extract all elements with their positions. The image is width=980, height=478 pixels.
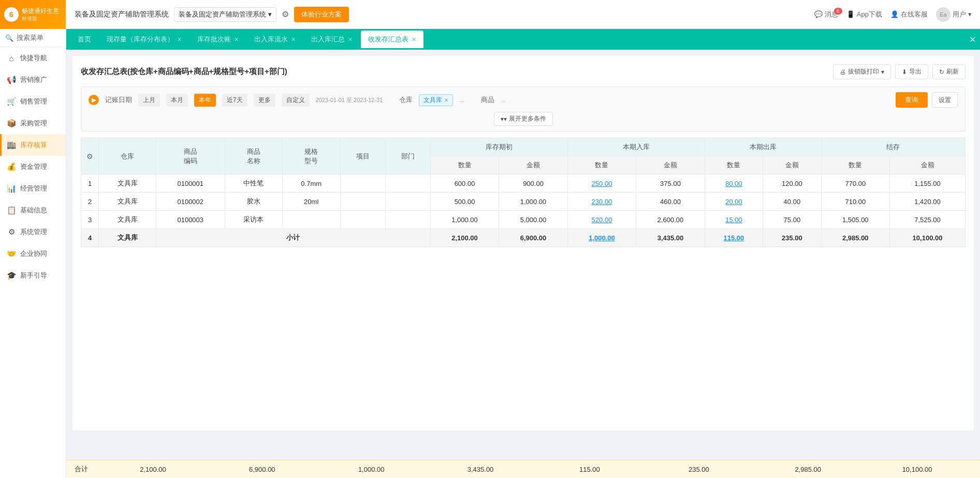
row-in-qty-link[interactable]: 520.00	[567, 211, 636, 229]
row-project	[340, 193, 385, 211]
tab-close-icon[interactable]: ✕	[348, 36, 353, 43]
message-button[interactable]: 💬 消息 6	[814, 10, 838, 19]
date-filter-label: 记账日期	[105, 95, 132, 105]
app-download-label: App下载	[857, 10, 882, 19]
experience-button[interactable]: 体验行业方案	[294, 7, 349, 22]
row-in-qty-link[interactable]: 250.00	[567, 175, 636, 193]
row-code: 0100001	[156, 175, 225, 193]
sidebar-item-purchase[interactable]: 📦 采购管理	[0, 112, 66, 134]
row-out-qty-link[interactable]: 80.00	[705, 175, 763, 193]
system-selector[interactable]: 装备及固定资产辅助管理系统 ▾	[174, 7, 276, 22]
sidebar-item-basic[interactable]: 📋 基础信息	[0, 199, 66, 221]
home-icon: ⌂	[7, 54, 16, 63]
column-settings-icon[interactable]: ⚙	[86, 152, 93, 161]
date-btn-this-month[interactable]: 本月	[166, 94, 188, 107]
sidebar-item-operations[interactable]: 📊 经营管理	[0, 178, 66, 199]
warehouse-tag-close[interactable]: ✕	[444, 97, 448, 103]
filter-area: ▶ 记账日期 上月 本月 本年 近7天 更多 自定义 2023-01-01 至 …	[81, 86, 966, 132]
sidebar-item-inventory[interactable]: 🏬 库存核算	[0, 134, 66, 156]
subtotal-out-qty[interactable]: 115.00	[705, 229, 763, 247]
sidebar-item-sales[interactable]: 🛒 销售管理	[0, 91, 66, 112]
close-all-tabs-button[interactable]: ✕	[969, 35, 976, 45]
tab-batch-ledger[interactable]: 库存批次账 ✕	[190, 31, 246, 48]
sidebar-item-coop[interactable]: 🤝 企业协同	[0, 243, 66, 265]
sidebar-item-label: 新手引导	[20, 271, 47, 280]
row-in-qty-link[interactable]: 230.00	[567, 193, 636, 211]
subtotal-open-amt: 6,900.00	[499, 229, 567, 247]
sidebar-item-system[interactable]: ⚙ 系统管理	[0, 221, 66, 243]
row-name: 胶水	[225, 193, 282, 211]
operations-icon: 📊	[7, 184, 16, 193]
tab-close-icon[interactable]: ✕	[234, 36, 239, 43]
avatar-text: Ea	[940, 11, 946, 18]
export-button[interactable]: ⬇ 导出	[895, 64, 928, 79]
app-download-button[interactable]: 📱 App下载	[846, 10, 882, 19]
tab-collect-summary[interactable]: 收发存汇总表 ✕	[361, 31, 423, 48]
page-actions: 🖨 拔锁版打印 ▾ ⬇ 导出 ↻ 刷新	[833, 64, 966, 79]
footer-out-amt: 235.00	[644, 466, 753, 473]
query-button[interactable]: 查询	[896, 92, 928, 108]
date-range-display: 2023-01-01 至 2023-12-31	[316, 96, 383, 104]
th-project: 项目	[340, 138, 385, 175]
row-open-amt: 5,000.00	[499, 211, 567, 229]
row-code: 0100002	[156, 193, 225, 211]
search-menu[interactable]: 🔍 搜索菜单	[0, 29, 66, 47]
filter-toggle-button[interactable]: ▶	[89, 95, 99, 105]
row-out-qty-link[interactable]: 15.00	[705, 211, 763, 229]
tab-home[interactable]: 首页	[70, 31, 98, 48]
th-name: 商品名称	[225, 138, 282, 175]
warehouse-more-button[interactable]: ...	[459, 96, 464, 104]
refresh-button[interactable]: ↻ 刷新	[932, 64, 966, 79]
settings-icon-topbar[interactable]: ⚙	[282, 9, 289, 19]
sidebar-item-label: 资金管理	[20, 162, 47, 171]
data-table-wrap: ⚙ 仓库 商品编码 商品名称 规格型号 项目 部门 库存期初 本期入库 本期出库…	[81, 138, 966, 247]
sidebar-item-guide[interactable]: 🎓 新手引导	[0, 265, 66, 286]
subtotal-warehouse: 文具库	[99, 229, 156, 247]
logo-tag: 标准版	[22, 15, 37, 22]
goods-more-button[interactable]: ...	[501, 96, 506, 104]
footer-end-qty: 2,985.00	[753, 466, 862, 473]
print-button[interactable]: 🖨 拔锁版打印 ▾	[833, 64, 891, 79]
th-settings: ⚙	[81, 138, 99, 175]
date-btn-last-month[interactable]: 上月	[138, 94, 160, 107]
expand-conditions-button[interactable]: ▾▾ 展开更多条件	[494, 112, 553, 126]
subtotal-label: 小计	[156, 229, 431, 247]
sidebar-item-finance[interactable]: 💰 资金管理	[0, 156, 66, 178]
sidebar-logo: 6 畅捷通好生意 标准版	[0, 0, 66, 29]
date-btn-custom[interactable]: 自定义	[282, 94, 310, 107]
online-service-button[interactable]: 👤 在线客服	[890, 10, 928, 19]
tab-inout-summary[interactable]: 出入库汇总 ✕	[304, 31, 360, 48]
row-open-amt: 1,000.00	[499, 193, 567, 211]
tab-close-icon[interactable]: ✕	[291, 36, 296, 43]
sidebar-item-quick-nav[interactable]: ⌂ 快捷导航	[0, 47, 66, 69]
row-warehouse: 文具库	[99, 193, 156, 211]
date-btn-this-year[interactable]: 本年	[194, 94, 216, 107]
tab-close-icon[interactable]: ✕	[177, 36, 182, 43]
tab-inventory-dist[interactable]: 现存量（库存分布表） ✕	[99, 31, 189, 48]
date-btn-7days[interactable]: 近7天	[222, 94, 247, 107]
th-in-qty: 数量	[567, 156, 636, 175]
row-warehouse: 文具库	[99, 211, 156, 229]
sidebar-item-label: 企业协同	[20, 249, 47, 258]
row-spec: 0.7mm	[282, 175, 340, 193]
sidebar-item-label: 系统管理	[20, 227, 47, 237]
row-end-qty: 770.00	[821, 175, 889, 193]
row-spec: 20ml	[282, 193, 340, 211]
search-icon: 🔍	[5, 34, 13, 42]
subtotal-in-qty[interactable]: 1,000.00	[567, 229, 636, 247]
coop-icon: 🤝	[7, 249, 16, 258]
settings-small-button[interactable]: 设置	[932, 92, 958, 108]
system-icon: ⚙	[7, 227, 16, 237]
row-name: 采访本	[225, 211, 282, 229]
date-btn-more[interactable]: 更多	[254, 94, 275, 107]
user-menu[interactable]: Ea 用户 ▾	[936, 7, 972, 22]
sidebar-item-marketing[interactable]: 📢 营销推广	[0, 69, 66, 91]
tab-close-icon[interactable]: ✕	[412, 36, 416, 43]
tab-inout-flow[interactable]: 出入库流水 ✕	[247, 31, 303, 48]
th-in: 本期入库	[567, 138, 705, 156]
th-end-qty: 数量	[821, 156, 889, 175]
row-out-qty-link[interactable]: 20.00	[705, 193, 763, 211]
table-row: 3 文具库 0100003 采访本 1,000.00 5,000.00 520.…	[81, 211, 966, 229]
user-label: 用户	[953, 10, 966, 19]
sidebar-nav: ⌂ 快捷导航 📢 营销推广 🛒 销售管理 📦 采购管理 🏬 库存核算 💰 资金管…	[0, 47, 66, 478]
